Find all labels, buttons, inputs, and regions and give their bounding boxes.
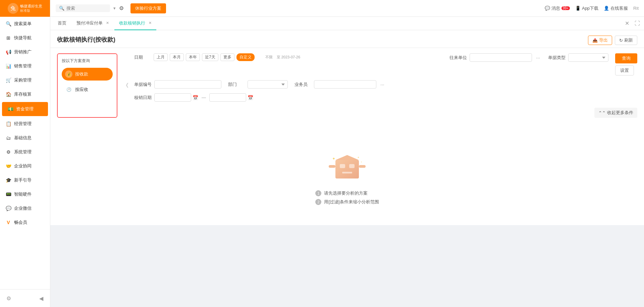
sidebar-item-corp[interactable]: 🤝 企业协同 (0, 159, 50, 173)
date-btn-this-year[interactable]: 本年 (186, 53, 200, 61)
page-toolbar: 📤 导出 ↻ 刷新 (588, 36, 637, 45)
sidebar: 兔 畅捷通好生意 标准版 🔍 搜索菜单 ⊞ 快捷导航 📢 营销推广 📊 销售管理… (0, 0, 50, 307)
date-btn-custom[interactable]: 自定义 (236, 53, 255, 61)
tabbar-actions: ✕ ⛶ (624, 19, 641, 28)
filter-by-receivable[interactable]: 🕐 按应收 (62, 83, 113, 96)
verify-date-start-cal-icon[interactable]: 📅 (193, 95, 198, 100)
query-button[interactable]: 查询 (615, 53, 637, 63)
tab-receipts[interactable]: 收款核销执行 ✕ (114, 17, 156, 30)
filter-collapse-btn[interactable]: 《 (123, 79, 129, 92)
settings-footer-btn[interactable]: ⚙ (3, 293, 14, 304)
tab-receipts-close[interactable]: ✕ (149, 21, 152, 25)
svg-text:兔: 兔 (10, 5, 16, 11)
date-btn-more[interactable]: 更多 (220, 53, 234, 61)
tip-num-1: 1 (315, 190, 321, 196)
app-edition: 标准版 (20, 8, 42, 13)
filter-by-receipt[interactable]: 💰 按收款 (62, 68, 113, 81)
by-receivable-icon: 🕐 (65, 86, 72, 93)
sidebar-label-corp: 企业协同 (14, 163, 32, 169)
partner-ellipsis[interactable]: ··· (535, 55, 541, 60)
search-icon: 🔍 (5, 21, 11, 27)
partner-input[interactable] (470, 53, 532, 62)
sidebar-label-search: 搜索菜单 (14, 21, 32, 27)
tab-close-all-btn[interactable]: ✕ (624, 19, 631, 28)
industry-btn[interactable]: 休验行业方案 (130, 3, 166, 13)
verify-date-label: 核销日期 (134, 95, 152, 101)
sidebar-item-inventory[interactable]: 🏠 库存核算 (0, 87, 50, 101)
tab-home[interactable]: 首页 (53, 17, 71, 30)
svg-rect-7 (359, 165, 366, 168)
verify-date-end-cal-icon[interactable]: 📅 (248, 95, 253, 100)
hardware-icon: 📟 (5, 191, 11, 197)
filter-date-field: 日期 上月 本月 本年 近7天 更多 自定义 (134, 53, 255, 61)
staff-label: 业务员 (294, 82, 311, 88)
collapse-more-label: 收起更多条件 (607, 110, 633, 116)
tab-prepaid-close[interactable]: ✕ (106, 21, 109, 25)
sidebar-item-quick-nav[interactable]: ⊞ 快捷导航 (0, 31, 50, 45)
sidebar-item-vip[interactable]: V 畅会员 (0, 215, 50, 229)
wechat-icon: 💬 (5, 205, 11, 211)
docno-input[interactable] (154, 80, 221, 89)
tab-receipts-label: 收款核销执行 (119, 20, 145, 26)
sidebar-item-wechat[interactable]: 💬 企业微信 (0, 201, 50, 215)
tip-text-2: 用[过滤]条件来缩小分析范围 (324, 199, 379, 205)
doctype-select[interactable] (568, 53, 608, 62)
filter-sidebar-panel: 按以下方案查询 💰 按收款 🕐 按应收 (57, 53, 117, 118)
topbar-search-input[interactable] (66, 6, 107, 11)
message-badge: 99+ (561, 6, 570, 10)
collapse-chevron-icon: 《 (123, 82, 128, 89)
collapse-sidebar-btn[interactable]: ◀ (36, 293, 47, 304)
sidebar-label-vip: 畅会员 (14, 219, 27, 225)
filter-dept-field: 部门 (228, 80, 288, 89)
filter-main: 日期 上月 本月 本年 近7天 更多 自定义 (134, 53, 637, 118)
sidebar-item-guide[interactable]: 🎓 新手引导 (0, 173, 50, 187)
date-btn-this-month[interactable]: 本月 (170, 53, 184, 61)
verify-date-end[interactable]: 2023-07-21 (209, 93, 246, 102)
date-range-dash: — (202, 95, 206, 100)
sidebar-item-purchase[interactable]: 🛒 采购管理 (0, 73, 50, 87)
empty-tip-2: 2 用[过滤]条件来缩小分析范围 (315, 199, 379, 205)
logo-icon: 兔 (8, 3, 18, 14)
docno-label: 单据编号 (134, 82, 152, 88)
topbar-search-area[interactable]: 🔍 (56, 4, 110, 12)
app-download-action[interactable]: 📱 App下载 (575, 5, 598, 11)
sidebar-item-hardware[interactable]: 📟 智能硬件 (0, 187, 50, 201)
staff-ellipsis[interactable]: ··· (379, 82, 386, 87)
sidebar-item-system[interactable]: ⚙ 系统管理 (0, 145, 50, 159)
collapse-more-wrapper: ⌃⌃ 收起更多条件 (134, 106, 637, 118)
topbar-dropdown-icon[interactable]: ▾ (113, 6, 116, 11)
sidebar-item-search[interactable]: 🔍 搜索菜单 (0, 17, 50, 31)
by-receivable-label: 按应收 (75, 87, 88, 93)
sidebar-item-sales[interactable]: 📊 销售管理 (0, 59, 50, 73)
filter-layout: 按以下方案查询 💰 按收款 🕐 按应收 《 (57, 53, 637, 118)
sidebar-item-marketing[interactable]: 📢 营销推广 (0, 45, 50, 59)
page-header: 收款核销执行(按收款) 📤 导出 ↻ 刷新 (50, 30, 644, 48)
svg-rect-5 (342, 172, 352, 173)
staff-input[interactable] (314, 80, 376, 89)
sidebar-item-basic-info[interactable]: 🗂 基础信息 (0, 131, 50, 145)
sidebar-menu: 🔍 搜索菜单 ⊞ 快捷导航 📢 营销推广 📊 销售管理 🛒 采购管理 🏠 库存核… (0, 17, 50, 289)
settings-button[interactable]: 设置 (615, 65, 634, 75)
verify-date-start[interactable]: 2023-03-01 (154, 93, 191, 102)
collapse-more-btn[interactable]: ⌃⌃ 收起更多条件 (594, 108, 637, 118)
tab-expand-btn[interactable]: ⛶ (633, 19, 641, 28)
online-service-action[interactable]: 👤 在线客服 (604, 5, 628, 11)
vip-icon: V (5, 219, 11, 225)
message-action[interactable]: 💬 消息 99+ (545, 5, 570, 11)
sidebar-item-finance[interactable]: 💵 资金管理 (2, 102, 48, 116)
partner-label: 往来单位 (449, 55, 467, 61)
tab-prepaid[interactable]: 预付冲应付单 ✕ (72, 17, 114, 30)
guide-icon: 🎓 (5, 177, 11, 183)
sidebar-item-ops[interactable]: 📋 经营管理 (0, 117, 50, 131)
dept-select[interactable] (248, 80, 288, 89)
export-button[interactable]: 📤 导出 (588, 36, 612, 45)
date-btn-last-7[interactable]: 近7天 (202, 53, 218, 61)
date-btn-last-month[interactable]: 上月 (154, 53, 168, 61)
verify-date-end-group: 2023-07-21 📅 (209, 93, 253, 102)
inventory-icon: 🏠 (5, 91, 11, 97)
refresh-button[interactable]: ↻ 刷新 (615, 36, 637, 45)
app-logo: 兔 畅捷通好生意 标准版 (0, 0, 50, 17)
sidebar-label-hardware: 智能硬件 (14, 191, 32, 197)
topbar-username[interactable]: Rit (633, 6, 639, 11)
topbar-gear-icon[interactable]: ⚙ (119, 5, 124, 11)
